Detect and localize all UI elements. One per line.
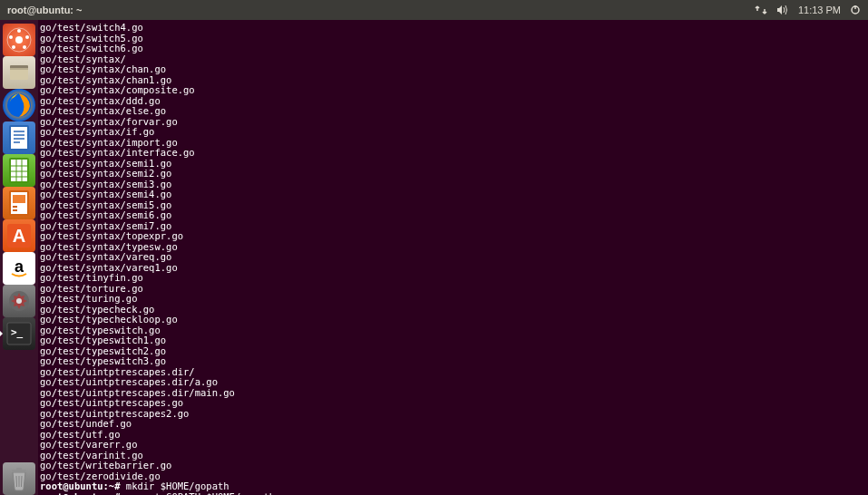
file-listing-line: go/test/torture.go <box>40 284 866 295</box>
file-listing-line: go/test/syntax/semi2.go <box>40 169 866 180</box>
file-listing-line: go/test/switch4.go <box>40 23 866 34</box>
command-line: root@ubuntu:~# export GOPATH=$HOME/gopat… <box>40 492 866 496</box>
file-listing-line: go/test/turing.go <box>40 294 866 305</box>
svg-rect-13 <box>10 126 28 150</box>
launcher-trash[interactable] <box>3 462 35 495</box>
menu-bar: root@ubuntu: ~ 11:13 PM <box>0 0 868 20</box>
file-listing-line: go/test/tinyfin.go <box>40 273 866 284</box>
launcher-impress[interactable] <box>3 187 35 219</box>
svg-rect-30 <box>13 209 17 211</box>
window-title: root@ubuntu: ~ <box>7 5 83 15</box>
file-listing-line: go/test/syntax/chan.go <box>40 64 866 75</box>
launcher-dash[interactable] <box>3 24 35 56</box>
file-listing-line: go/test/syntax/interface.go <box>40 148 866 159</box>
svg-rect-11 <box>10 68 28 70</box>
file-listing-line: go/test/syntax/vareq1.go <box>40 263 866 274</box>
file-listing-line: go/test/switch6.go <box>40 44 866 54</box>
launcher-files[interactable] <box>3 56 35 89</box>
indicator-area: 11:13 PM <box>755 5 861 15</box>
file-listing-line: go/test/typeswitch3.go <box>40 356 866 367</box>
svg-line-41 <box>16 476 17 487</box>
launcher-amazon[interactable]: a <box>3 252 35 285</box>
power-icon[interactable] <box>850 5 861 15</box>
file-listing-line: go/test/switch5.go <box>40 34 866 44</box>
shell-prompt: root@ubuntu:~# <box>40 491 126 496</box>
svg-rect-40 <box>16 468 22 471</box>
svg-rect-28 <box>13 195 25 203</box>
clock[interactable]: 11:13 PM <box>798 5 841 15</box>
file-listing-line: go/test/typecheckloop.go <box>40 315 866 325</box>
svg-rect-19 <box>10 159 28 182</box>
file-listing-line: go/test/typeswitch1.go <box>40 335 866 346</box>
file-listing-line: go/test/uintptrescapes2.go <box>40 409 866 420</box>
shell-prompt: root@ubuntu:~# <box>40 480 126 491</box>
file-listing-line: go/test/syntax/semi4.go <box>40 189 866 200</box>
svg-point-7 <box>12 45 15 49</box>
svg-point-6 <box>23 45 26 49</box>
svg-rect-29 <box>13 206 17 208</box>
launcher-terminal[interactable]: >_ <box>3 317 35 350</box>
svg-text:A: A <box>13 226 25 246</box>
file-listing-line: go/test/syntax/forvar.go <box>40 117 866 128</box>
svg-text:>_: >_ <box>11 326 24 338</box>
file-listing-line: go/test/syntax/if.go <box>40 127 866 138</box>
file-listing-line: go/test/syntax/semi6.go <box>40 210 866 221</box>
network-icon[interactable] <box>755 5 767 15</box>
svg-text:a: a <box>15 257 24 276</box>
file-listing-line: go/test/uintptrescapes.dir/a.go <box>40 377 866 388</box>
launcher-software-center[interactable]: A <box>3 219 35 252</box>
file-listing-line: go/test/syntax/composite.go <box>40 85 866 96</box>
file-listing-line: go/test/varerr.go <box>40 440 866 451</box>
file-listing-line: go/test/uintptrescapes.go <box>40 398 866 409</box>
launcher-calc[interactable] <box>3 154 35 187</box>
unity-launcher: A a >_ <box>0 20 38 495</box>
svg-point-3 <box>15 36 23 44</box>
svg-line-43 <box>22 476 23 487</box>
file-listing-line: go/test/syntax/topexpr.go <box>40 231 866 242</box>
svg-point-8 <box>9 35 13 39</box>
launcher-writer[interactable] <box>3 121 35 154</box>
svg-point-5 <box>25 35 29 39</box>
file-listing-line: go/test/writebarrier.go <box>40 461 866 471</box>
launcher-settings[interactable] <box>3 285 35 317</box>
file-listing-line: go/test/utf.go <box>40 430 866 441</box>
file-listing-line: go/test/undef.go <box>40 419 866 430</box>
svg-point-4 <box>17 29 21 33</box>
launcher-firefox[interactable] <box>3 89 35 121</box>
sound-icon[interactable] <box>776 5 789 15</box>
svg-point-36 <box>16 298 22 304</box>
command-line: root@ubuntu:~# mkdir $HOME/gopath <box>40 481 866 492</box>
file-listing-line: go/test/syntax/vareq.go <box>40 252 866 263</box>
file-listing-line: go/test/syntax/else.go <box>40 106 866 117</box>
terminal-output[interactable]: go/test/switch4.gogo/test/switch5.gogo/t… <box>38 20 868 495</box>
